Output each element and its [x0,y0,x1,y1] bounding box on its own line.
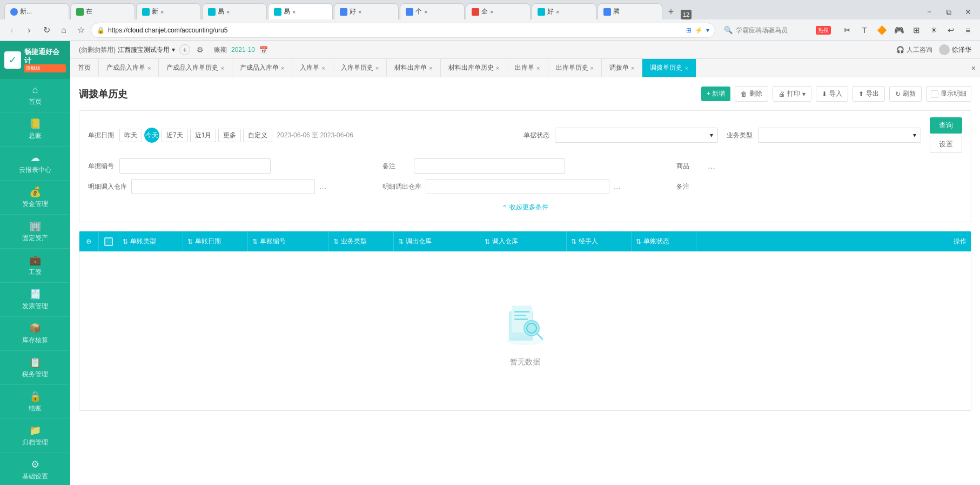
new-tab-button[interactable]: + [663,4,679,19]
sidebar-item-reports[interactable]: ☁ 云报表中心 [0,147,70,181]
page-tab-10[interactable]: 调拨单 × [602,59,642,77]
sidebar-item-tax[interactable]: 📋 税务管理 [0,351,70,385]
minimize-button[interactable]: － [922,4,937,19]
browser-tab-7[interactable]: 个 × [400,3,465,19]
today-btn[interactable]: 今天 [144,128,159,143]
page-tab-home[interactable]: 首页 [70,59,99,77]
th-out[interactable]: ⇅ 调出仓库 [394,231,480,251]
collapse-button[interactable]: ⌃ 收起更多条件 [88,200,962,215]
goods-dots[interactable]: ... [708,161,715,171]
tab-5-close[interactable]: × [292,9,296,15]
filter-settings-button[interactable]: 设置 [930,136,962,153]
print-button[interactable]: 🖨 打印 ▾ [773,86,811,102]
note-input[interactable] [414,158,565,174]
tab-7-close[interactable]: × [496,65,499,71]
tab-9-close[interactable]: × [556,9,559,15]
biz-type-select[interactable]: ▾ [758,128,921,143]
sidebar-item-basic[interactable]: ⚙ 基础设置 [0,453,70,485]
browser-tab-6[interactable]: 好 × [334,3,399,19]
address-bar[interactable]: 🔒 https://cloud.chanjet.com/accounting/u… [91,23,715,38]
more-btn[interactable]: 更多 [218,129,241,142]
th-handler[interactable]: ⇅ 经手人 [567,231,632,251]
th-type[interactable]: ⇅ 单账类型 [118,231,183,251]
tab-6-close[interactable]: × [429,65,432,71]
status-select[interactable]: ▾ [555,128,718,143]
tab-6-close[interactable]: × [358,9,361,15]
menu-icon[interactable]: ≡ [961,23,976,38]
tab-9-close[interactable]: × [590,65,594,71]
page-tab-9[interactable]: 出库单历史 × [548,59,602,77]
import-button[interactable]: ⬇ 导入 [816,86,848,102]
tab-3-close[interactable]: × [281,65,284,71]
browser-tab-8[interactable]: 企 × [466,3,531,19]
display-button[interactable]: 显示明细 [926,86,971,102]
sidebar-item-invoice[interactable]: 🧾 发票管理 [0,283,70,317]
sidebar-item-home[interactable]: ⌂ 首页 [0,79,70,112]
page-tab-5[interactable]: 入库单历史 × [333,59,387,77]
tab-10-close[interactable]: × [631,65,634,71]
add-company-button[interactable]: + [179,44,190,55]
tab-1-close[interactable]: × [147,65,151,71]
game-icon[interactable]: 🎮 [891,23,907,38]
back-button[interactable]: ‹ [4,23,19,38]
th-gear[interactable]: ⚙ [79,232,99,251]
in-warehouse-dots[interactable]: ... [319,182,326,191]
brightness-icon[interactable]: ☀ [926,23,941,38]
custom-btn[interactable]: 自定义 [243,129,272,142]
refresh-browser-button[interactable]: ↻ [39,23,54,38]
doc-number-input[interactable] [119,158,271,174]
tab-2-close[interactable]: × [220,65,224,71]
sidebar-item-ledger[interactable]: 📒 总账 [0,112,70,147]
close-all-button[interactable]: × [967,59,980,77]
page-tab-8[interactable]: 出库单 × [507,59,548,77]
header-checkbox[interactable] [104,237,113,246]
browser-tab-5[interactable]: 易 × [268,3,333,19]
sidebar-item-capital[interactable]: 💰 资金管理 [0,181,70,215]
sidebar-item-close[interactable]: 🔒 结账 [0,385,70,419]
tab-4-close[interactable]: × [226,9,230,15]
out-warehouse-dots[interactable]: ... [614,182,621,191]
tab-11-close[interactable]: × [684,65,688,71]
tab-8-close[interactable]: × [490,9,493,15]
page-tab-1[interactable]: 产成品入库单 × [99,59,159,77]
settings-gear-icon[interactable]: ⚙ [194,44,205,55]
company-selector[interactable]: (勿删勿禁用) 江西服宝测试专用 ▾ [79,45,175,55]
extension-icon[interactable]: 🔶 [874,23,889,38]
close-browser-button[interactable]: ✕ [961,4,976,19]
search-bar[interactable]: 🔍 热搜 [717,23,837,38]
th-biz[interactable]: ⇅ 业务类型 [329,231,394,251]
tab-7-close[interactable]: × [424,9,427,15]
help-button[interactable]: 🎧 人工咨询 [896,45,932,55]
browser-tab-2[interactable]: 在 [70,3,135,19]
page-tab-7[interactable]: 材料出库单历史 × [441,59,507,77]
undo-icon[interactable]: ↩ [943,23,958,38]
browser-tab-4[interactable]: 易 × [202,3,267,19]
sidebar-item-assets[interactable]: 🏢 固定资产 [0,215,70,249]
page-tab-3[interactable]: 产成品入库单 × [232,59,292,77]
browser-tab-9[interactable]: 好 × [532,3,596,19]
grid2-icon[interactable]: ⊞ [909,23,924,38]
new-button[interactable]: + 新增 [701,87,730,101]
yesterday-btn[interactable]: 昨天 [119,129,142,142]
in-warehouse-input[interactable] [131,179,315,194]
th-check[interactable] [99,232,118,251]
restore-button[interactable]: ⧉ [941,4,956,19]
query-button[interactable]: 查询 [930,117,962,134]
out-warehouse-input[interactable] [426,179,609,194]
page-tab-11[interactable]: 调拨单历史 × [642,59,696,77]
sidebar-item-archive[interactable]: 📁 归档管理 [0,419,70,453]
tab-4-close[interactable]: × [321,65,325,71]
delete-button[interactable]: 🗑 删除 [735,86,768,102]
page-tab-2[interactable]: 产成品入库单历史 × [159,59,232,77]
home-browser-button[interactable]: ⌂ [56,23,71,38]
th-status[interactable]: ⇅ 单账状态 [632,231,696,251]
refresh-button[interactable]: ↻ 刷新 [889,86,922,102]
browser-tab-10[interactable]: 腾 [598,3,662,19]
browser-tab-1[interactable]: 新... [4,3,69,19]
last-month-btn[interactable]: 近1月 [190,129,217,142]
scissors-icon[interactable]: ✂ [840,23,855,38]
tab-5-close[interactable]: × [375,65,379,71]
export-button[interactable]: ⬆ 导出 [853,86,885,102]
forward-button[interactable]: › [22,23,37,38]
th-in[interactable]: ⇅ 调入仓库 [480,231,567,251]
